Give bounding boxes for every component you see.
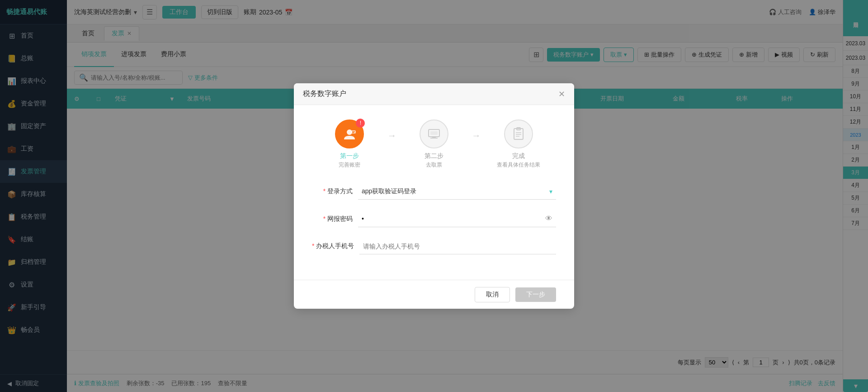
step-arrow-1: → <box>387 120 396 141</box>
next-button[interactable]: 下一步 <box>515 287 556 302</box>
modal-header: 税务数字账户 ✕ <box>294 83 574 105</box>
step-1-person-icon <box>341 126 358 142</box>
step-2-circle <box>420 120 448 148</box>
phone-input[interactable] <box>359 238 556 254</box>
step-3-clipboard-icon <box>511 127 526 141</box>
login-method-arrow-icon: ▾ <box>549 188 552 195</box>
modal-footer: 取消 下一步 <box>294 280 574 309</box>
password-field-wrapper: 👁 <box>358 210 556 227</box>
step-1-desc: 完善账密 <box>339 161 360 169</box>
tax-digital-modal: 税务数字账户 ✕ ! <box>294 83 574 309</box>
login-method-select[interactable]: app获取验证码登录 ▾ <box>358 183 556 200</box>
password-input[interactable] <box>358 210 542 227</box>
step-3: 完成 查看具体任务结果 <box>481 120 556 169</box>
login-method-label: * 登录方式 <box>312 187 353 196</box>
step-3-circle <box>504 120 533 148</box>
step-2-title: 第二步 <box>425 152 443 160</box>
step-3-title: 完成 <box>512 152 525 160</box>
steps: ! 第一步 完善账密 → <box>312 120 556 169</box>
step-arrow-2: → <box>472 120 481 141</box>
step-1-error-badge: ! <box>356 119 365 128</box>
modal-close-button[interactable]: ✕ <box>558 89 565 99</box>
step-3-desc: 查看具体任务结果 <box>497 161 540 169</box>
cancel-button[interactable]: 取消 <box>475 287 510 302</box>
form-login-method: * 登录方式 app获取验证码登录 ▾ <box>312 183 556 200</box>
step-1-circle: ! <box>335 120 364 148</box>
modal-body: ! 第一步 完善账密 → <box>294 105 574 280</box>
step-2: 第二步 去取票 <box>396 120 472 169</box>
password-label: * 网报密码 <box>312 215 353 223</box>
step-2-desc: 去取票 <box>426 161 442 169</box>
modal-title: 税务数字账户 <box>303 89 346 99</box>
step-1-title: 第一步 <box>340 152 359 160</box>
step-1: ! 第一步 完善账密 <box>312 120 387 169</box>
form-password: * 网报密码 👁 <box>312 210 556 227</box>
password-eye-icon[interactable]: 👁 <box>542 215 556 223</box>
modal-overlay: 税务数字账户 ✕ ! <box>0 0 868 392</box>
form-phone: * 办税人手机号 <box>312 238 556 254</box>
login-method-value: app获取验证码登录 <box>362 187 416 196</box>
svg-rect-8 <box>430 131 438 135</box>
phone-label: * 办税人手机号 <box>312 242 354 250</box>
step-2-screen-icon <box>427 127 441 141</box>
